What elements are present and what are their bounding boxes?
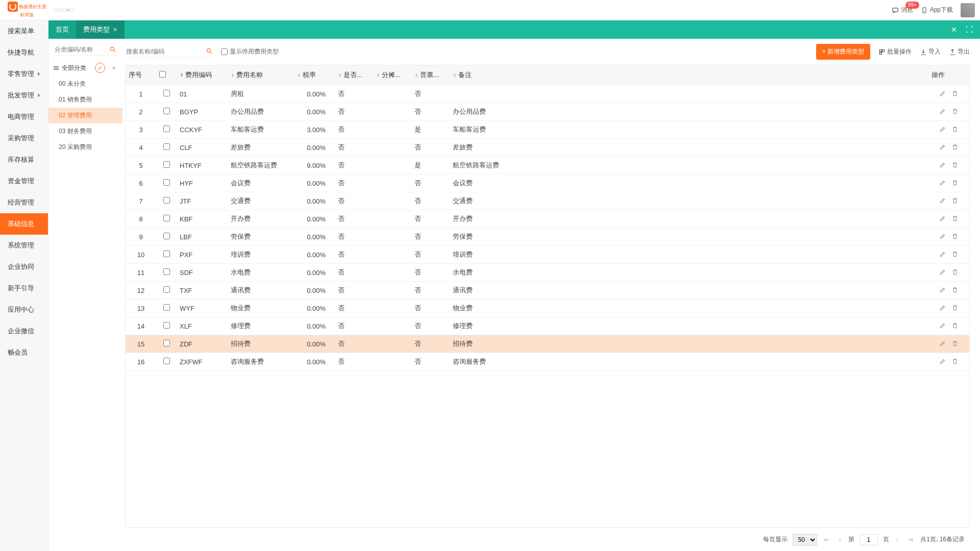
table-row[interactable]: 16ZXFWF咨询服务费0.00%否否咨询服务费 [126, 353, 969, 371]
edit-icon[interactable] [939, 322, 946, 331]
delete-icon[interactable] [951, 161, 959, 170]
col-bool[interactable]: ▲▼是否... [335, 65, 373, 85]
batch-ops-button[interactable]: 批量操作 [878, 47, 912, 56]
sidebar-item[interactable]: 快捷导航 [0, 42, 48, 63]
tab[interactable]: 费用类型✕ [76, 20, 125, 39]
avatar[interactable] [961, 3, 975, 17]
row-checkbox[interactable] [163, 322, 170, 329]
all-categories-label[interactable]: 全部分类 [62, 64, 86, 72]
row-checkbox[interactable] [163, 340, 170, 346]
import-button[interactable]: 导入 [920, 47, 941, 56]
delete-icon[interactable] [951, 197, 959, 206]
sidebar-item[interactable]: 畅会员 [0, 342, 48, 363]
sidebar-item[interactable]: 企业协同 [0, 256, 48, 278]
row-checkbox[interactable] [163, 286, 170, 293]
edit-icon[interactable] [939, 90, 946, 98]
search-icon[interactable] [206, 47, 213, 56]
row-checkbox[interactable] [163, 143, 170, 150]
table-row[interactable]: 11SDF水电费0.00%否否水电费 [126, 264, 969, 282]
edit-icon[interactable] [939, 126, 946, 134]
next-page-icon[interactable]: › [894, 536, 900, 543]
col-checkbox[interactable] [156, 65, 177, 85]
col-alloc[interactable]: ▲▼分摊... [373, 65, 411, 85]
row-checkbox[interactable] [163, 126, 170, 132]
edit-icon[interactable] [939, 161, 946, 170]
delete-icon[interactable] [951, 304, 959, 313]
col-remark[interactable]: ▲▼备注 [450, 65, 928, 85]
row-checkbox[interactable] [163, 197, 170, 204]
sidebar-item[interactable]: 企业微信 [0, 320, 48, 342]
sidebar-item[interactable]: 采购管理 [0, 128, 48, 149]
edit-icon[interactable] [939, 197, 946, 206]
sidebar-item[interactable]: 新手引导 [0, 278, 48, 299]
col-name[interactable]: ▲▼费用名称 [228, 65, 294, 85]
category-search-input[interactable] [54, 44, 117, 56]
delete-icon[interactable] [951, 143, 959, 152]
delete-icon[interactable] [951, 90, 959, 98]
messages-button[interactable]: 消息 99+ [892, 6, 913, 14]
sidebar-item[interactable]: 系统管理 [0, 235, 48, 256]
row-checkbox[interactable] [163, 90, 170, 96]
row-checkbox[interactable] [163, 215, 170, 221]
table-row[interactable]: 5HTKYF航空铁路客运费9.00%否是航空铁路客运费 [126, 157, 969, 174]
tab-close-all-icon[interactable]: ✕ [948, 24, 960, 35]
sidebar-item[interactable]: 应用中心 [0, 299, 48, 320]
row-checkbox[interactable] [163, 233, 170, 239]
table-row[interactable]: 7JTF交通费0.00%否否交通费 [126, 192, 969, 210]
edit-icon[interactable] [939, 179, 946, 188]
row-checkbox[interactable] [163, 179, 170, 186]
company-selector[interactable] [54, 8, 74, 12]
delete-icon[interactable] [951, 251, 959, 259]
edit-icon[interactable] [939, 215, 946, 223]
table-row[interactable]: 10PXF培训费0.00%否否培训费 [126, 246, 969, 264]
category-item[interactable]: 02 管理费用 [48, 108, 122, 123]
table-row[interactable]: 101房租0.00%否否 [126, 85, 969, 103]
delete-icon[interactable] [951, 358, 959, 366]
sidebar-item[interactable]: 搜索菜单 [0, 20, 48, 42]
row-checkbox[interactable] [163, 304, 170, 311]
row-checkbox[interactable] [163, 268, 170, 275]
category-item[interactable]: 03 财务费用 [48, 123, 122, 139]
table-row[interactable]: 9LBF劳保费0.00%否否劳保费 [126, 228, 969, 246]
col-seq[interactable]: 序号 [126, 65, 156, 85]
delete-icon[interactable] [951, 108, 959, 116]
sidebar-item[interactable]: 基础信息 [0, 213, 48, 235]
delete-icon[interactable] [951, 126, 959, 134]
edit-icon[interactable] [939, 286, 946, 295]
col-code[interactable]: ▲▼费用编码 [177, 65, 228, 85]
first-page-icon[interactable]: ⇤ [822, 536, 832, 543]
table-row[interactable]: 3CCKYF车船客运费3.00%否是车船客运费 [126, 121, 969, 139]
per-page-select[interactable]: 50 [793, 534, 817, 546]
col-rate[interactable]: ▲▼税率 [294, 65, 335, 85]
delete-icon[interactable] [951, 286, 959, 295]
table-row[interactable]: 2BGYP办公用品费0.00%否否办公用品费 [126, 103, 969, 121]
row-checkbox[interactable] [163, 358, 170, 364]
table-search-input[interactable] [125, 46, 207, 58]
sidebar-item[interactable]: 经营管理 [0, 192, 48, 213]
category-item[interactable]: 01 销售费用 [48, 92, 122, 108]
delete-icon[interactable] [951, 340, 959, 348]
category-edit-icon[interactable] [95, 63, 105, 73]
add-fee-type-button[interactable]: + 新增费用类型 [816, 44, 870, 60]
table-row[interactable]: 6HYF会议费0.00%否否会议费 [126, 174, 969, 192]
edit-icon[interactable] [939, 251, 946, 259]
sidebar-item[interactable]: 零售管理 [0, 63, 48, 85]
edit-icon[interactable] [939, 108, 946, 116]
delete-icon[interactable] [951, 179, 959, 188]
table-row[interactable]: 14XLF修理费0.00%否否修理费 [126, 317, 969, 335]
edit-icon[interactable] [939, 143, 946, 152]
app-download-button[interactable]: App下载 [921, 6, 953, 14]
row-checkbox[interactable] [163, 161, 170, 168]
last-page-icon[interactable]: ⇥ [905, 536, 915, 543]
delete-icon[interactable] [951, 233, 959, 241]
table-row[interactable]: 4CLF差旅费0.00%否否差旅费 [126, 139, 969, 157]
prev-page-icon[interactable]: ‹ [837, 536, 843, 543]
edit-icon[interactable] [939, 304, 946, 313]
delete-icon[interactable] [951, 322, 959, 331]
table-row[interactable]: 8KBF开办费0.00%否否开办费 [126, 210, 969, 228]
edit-icon[interactable] [939, 358, 946, 366]
delete-icon[interactable] [951, 215, 959, 223]
table-row[interactable]: 13WYF物业费0.00%否否物业费 [126, 299, 969, 317]
export-button[interactable]: 导出 [949, 47, 970, 56]
show-disabled-input[interactable] [221, 48, 228, 55]
